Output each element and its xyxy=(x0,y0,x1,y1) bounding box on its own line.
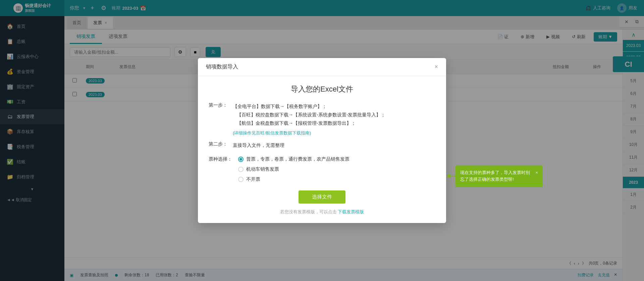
radio-general-dot xyxy=(238,157,244,162)
step2-row: 第二步： 直接导入文件，无需整理 xyxy=(209,141,435,150)
tooltip-close-button[interactable]: × xyxy=(535,169,538,176)
step1-guide-link[interactable]: (详细操作见百旺/航信发票数据下载指南) xyxy=(233,130,311,135)
tooltip-text: 现在支持的票种多了，导入发票时别忘了选择正确的发票类型呀! xyxy=(460,170,530,182)
download-template-link[interactable]: 下载发票模版 xyxy=(338,209,364,214)
step1-label: 第一步： xyxy=(209,102,227,137)
tooltip-bubble: × 现在支持的票种多了，导入发票时别忘了选择正确的发票类型呀! xyxy=(455,165,543,187)
step1-row: 第一步： 【全电平台】数据下载→【税务数字账户】； 【百旺】税控盘数据下载→【系… xyxy=(209,102,435,137)
step1-line1: 【全电平台】数据下载→【税务数字账户】； xyxy=(233,102,385,111)
radio-item-general[interactable]: 普票，专票，卷票，通行费发票，农产品销售发票 xyxy=(238,156,350,162)
step1-line2: 【百旺】税控盘数据下载→【系统设置-系统参数设置-发票批量导入】； xyxy=(237,111,385,119)
import-modal: 销项数据导入 × 导入您的Excel文件 第一步： 【全电平台】数据下载→【税务… xyxy=(198,58,446,223)
radio-group: 普票，专票，卷票，通行费发票，农产品销售发票 机动车销售发票 不开票 xyxy=(238,156,350,182)
modal-title: 销项数据导入 xyxy=(206,63,238,70)
modal-header: 销项数据导入 × xyxy=(198,58,446,76)
step2-content: 直接导入文件，无需整理 xyxy=(233,141,284,150)
ticket-type-row: 票种选择： 普票，专票，卷票，通行费发票，农产品销售发票 机动车销售发票 不开票 xyxy=(209,156,435,182)
radio-item-vehicle[interactable]: 机动车销售发票 xyxy=(238,166,350,172)
step2-label: 第二步： xyxy=(209,141,227,150)
radio-vehicle-dot xyxy=(238,167,244,172)
modal-body: 导入您的Excel文件 第一步： 【全电平台】数据下载→【税务数字账户】； 【百… xyxy=(198,76,446,223)
modal-main-title: 导入您的Excel文件 xyxy=(209,84,435,94)
modal-overlay: 销项数据导入 × 导入您的Excel文件 第一步： 【全电平台】数据下载→【税务… xyxy=(0,0,644,281)
download-hint-text: 若您没有发票模版，可以点击 xyxy=(280,209,337,214)
radio-general-label: 普票，专票，卷票，通行费发票，农产品销售发票 xyxy=(246,156,350,162)
step1-line3: 【航信】金税盘数据下载→【报税管理-发票数据导出】； xyxy=(237,119,385,127)
download-hint: 若您没有发票模版，可以点击 下载发票模版 xyxy=(209,209,435,215)
tooltip-line xyxy=(449,176,455,176)
radio-item-none[interactable]: 不开票 xyxy=(238,176,350,182)
modal-close-button[interactable]: × xyxy=(434,63,438,70)
radio-vehicle-label: 机动车销售发票 xyxy=(246,166,279,172)
radio-none-dot xyxy=(238,177,244,182)
ticket-label: 票种选择： xyxy=(209,156,233,182)
radio-none-label: 不开票 xyxy=(246,176,260,182)
step1-content: 【全电平台】数据下载→【税务数字账户】； 【百旺】税控盘数据下载→【系统设置-系… xyxy=(233,102,385,137)
select-file-button[interactable]: 选择文件 xyxy=(299,190,345,204)
